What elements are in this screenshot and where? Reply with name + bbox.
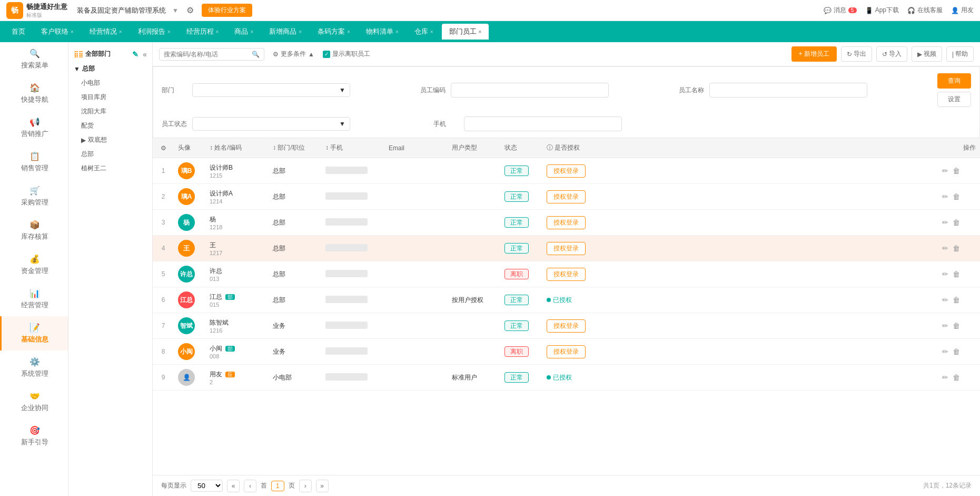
col-auth[interactable]: ⓘ 是否授权 (542, 138, 606, 158)
dept-collapse-icon[interactable]: « (143, 50, 147, 59)
more-filters-button[interactable]: ⚙ 更多条件 ▲ (269, 47, 319, 61)
views-button[interactable]: ▶ 视频 (912, 46, 942, 62)
delete-button[interactable]: 🗑 (953, 244, 960, 252)
tab-new-product[interactable]: 新增商品 × (262, 24, 309, 40)
auth-login-button[interactable]: 授权登录 (547, 242, 586, 255)
trial-button[interactable]: 体验行业方案 (202, 4, 252, 17)
app-download-button[interactable]: 📱 App下载 (865, 6, 899, 15)
tab-barcode[interactable]: 条码方案 × (310, 24, 358, 40)
sidebar-item-sales[interactable]: 📋 销售管理 (0, 145, 68, 179)
filter-dept-select[interactable]: ▼ (192, 83, 350, 97)
tab-home[interactable]: 首页 (4, 24, 33, 40)
col-settings[interactable]: ⚙ (153, 138, 174, 158)
dept-item-peihuo[interactable]: 配货 (68, 119, 152, 133)
help-button[interactable]: | 帮助 (946, 46, 974, 62)
edit-button[interactable]: ✏ (942, 167, 948, 175)
dept-item-shenyang[interactable]: 沈阳大库 (68, 104, 152, 119)
auth-login-button[interactable]: 授权登录 (547, 216, 586, 229)
sidebar-item-system[interactable]: ⚙️ 系统管理 (0, 351, 68, 385)
export-button[interactable]: ↻ 导出 (841, 46, 872, 62)
delete-button[interactable]: 🗑 (953, 373, 960, 382)
filter-empname-input[interactable] (709, 83, 867, 98)
tab-operation[interactable]: 经营情况 × (82, 24, 130, 40)
close-icon[interactable]: × (167, 29, 171, 35)
sidebar-item-collab[interactable]: 🤝 企业协同 (0, 385, 68, 419)
show-resigned-toggle[interactable]: ✓ 显示离职员工 (323, 50, 370, 59)
delete-button[interactable]: 🗑 (953, 347, 960, 356)
delete-button[interactable]: 🗑 (953, 167, 960, 175)
sidebar-item-marketing[interactable]: 📢 营销推广 (0, 111, 68, 145)
close-icon[interactable]: × (216, 29, 219, 35)
sidebar-item-business[interactable]: 📊 经营管理 (0, 282, 68, 316)
close-icon[interactable]: × (395, 29, 399, 35)
online-service-button[interactable]: 🎧 在线客服 (907, 6, 943, 15)
add-employee-button[interactable]: + 新增员工 (791, 46, 837, 62)
auth-login-button[interactable]: 授权登录 (547, 190, 586, 203)
delete-button[interactable]: 🗑 (953, 270, 960, 278)
edit-button[interactable]: ✏ (942, 192, 948, 201)
tab-product[interactable]: 商品 × (227, 24, 261, 40)
auth-login-button[interactable]: 授权登录 (547, 319, 586, 333)
tab-profit[interactable]: 利润报告 × (131, 24, 178, 40)
page-prev-button[interactable]: ‹ (244, 480, 256, 492)
sidebar-item-finance[interactable]: 💰 资金管理 (0, 248, 68, 282)
dept-item-zhishu[interactable]: 植树王二 (68, 161, 152, 176)
sidebar-item-guide[interactable]: 🎯 新手引导 (0, 419, 68, 453)
auth-login-button[interactable]: 授权登录 (547, 345, 586, 358)
close-icon[interactable]: × (430, 29, 433, 35)
close-icon[interactable]: × (479, 29, 482, 35)
dept-edit-icon[interactable]: ✎ (132, 50, 138, 59)
col-name[interactable]: ↕ 姓名/编码 (205, 138, 269, 158)
tab-bom[interactable]: 物料清单 × (359, 24, 406, 40)
auth-login-button[interactable]: 授权登录 (547, 164, 586, 178)
filter-empcode-input[interactable] (451, 83, 609, 98)
import-button[interactable]: ↺ 导入 (876, 46, 907, 62)
message-button[interactable]: 💬 消息 5 (824, 6, 857, 15)
page-first-button[interactable]: « (227, 480, 240, 492)
page-size-select[interactable]: 50 20 100 (191, 480, 223, 492)
dept-item-root[interactable]: ▼ 总部 (68, 62, 152, 76)
auth-login-button[interactable]: 授权登录 (547, 268, 586, 281)
page-next-button[interactable]: › (299, 480, 312, 492)
search-input[interactable] (164, 51, 250, 58)
delete-button[interactable]: 🗑 (953, 192, 960, 201)
filter-status-select[interactable]: ▼ (192, 117, 350, 131)
delete-button[interactable]: 🗑 (953, 296, 960, 304)
sidebar-item-base[interactable]: 📝 基础信息 (0, 316, 68, 351)
sidebar-item-inventory[interactable]: 📦 库存核算 (0, 213, 68, 248)
sidebar-item-search[interactable]: 🔍 搜索菜单 (0, 42, 68, 76)
show-resigned-checkbox[interactable]: ✓ (323, 51, 330, 58)
edit-button[interactable]: ✏ (942, 373, 948, 382)
set-button[interactable]: 设置 (937, 92, 971, 107)
close-icon[interactable]: × (71, 29, 74, 35)
page-last-button[interactable]: » (316, 480, 329, 492)
col-phone[interactable]: ↕ 手机 (321, 138, 384, 158)
dept-item-shuangdi[interactable]: ▶ 双底想 (68, 133, 152, 147)
close-icon[interactable]: × (250, 29, 253, 35)
delete-button[interactable]: 🗑 (953, 218, 960, 227)
col-dept[interactable]: ↕ 部门/职位 (269, 138, 321, 158)
close-icon[interactable]: × (119, 29, 122, 35)
delete-button[interactable]: 🗑 (953, 322, 960, 330)
edit-button[interactable]: ✏ (942, 296, 948, 304)
sidebar-item-purchase[interactable]: 🛒 采购管理 (0, 179, 68, 213)
tab-customer[interactable]: 客户联络 × (34, 24, 81, 40)
dept-item-xiaodiandept[interactable]: 小电部 (68, 76, 152, 90)
close-icon[interactable]: × (347, 29, 350, 35)
edit-button[interactable]: ✏ (942, 347, 948, 356)
user-menu-button[interactable]: 👤 用友 (951, 6, 974, 15)
edit-button[interactable]: ✏ (942, 244, 948, 252)
settings-gear-button[interactable]: ⚙ (183, 3, 197, 18)
query-button[interactable]: 查询 (937, 73, 971, 89)
close-icon[interactable]: × (299, 29, 302, 35)
tab-history[interactable]: 经营历程 × (179, 24, 226, 40)
dept-item-projectroom[interactable]: 项目库房 (68, 90, 152, 104)
dept-item-zongbu[interactable]: 总部 (68, 147, 152, 161)
tab-dept-employee[interactable]: 部门员工 × (442, 24, 489, 40)
tab-warehouse[interactable]: 仓库 × (407, 24, 441, 40)
edit-button[interactable]: ✏ (942, 322, 948, 330)
sidebar-item-quicknav[interactable]: 🏠 快捷导航 (0, 76, 68, 111)
filter-phone-input[interactable] (464, 116, 622, 131)
edit-button[interactable]: ✏ (942, 270, 948, 278)
edit-button[interactable]: ✏ (942, 218, 948, 227)
